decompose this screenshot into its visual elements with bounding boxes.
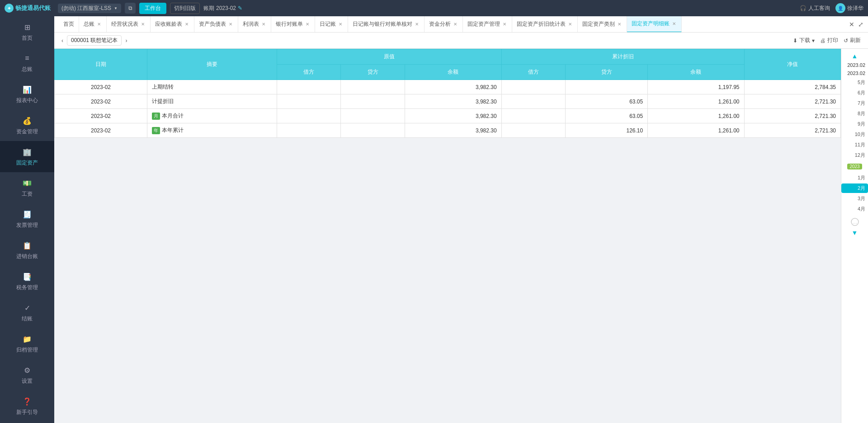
sidebar-label-archive: 归档管理 [16, 346, 38, 354]
month-12[interactable]: 12月 [841, 150, 868, 160]
month-9[interactable]: 9月 [841, 119, 868, 129]
month-2-active[interactable]: 2月 [841, 183, 868, 193]
cell-summary: 月本月合计 [147, 109, 277, 123]
tab-fixed-dep-close[interactable]: ✕ [567, 21, 573, 28]
user-menu[interactable]: 👤 徐泽华 [835, 3, 863, 13]
month-4[interactable]: 4月 [841, 204, 868, 214]
tab-receivable-close[interactable]: ✕ [184, 21, 189, 28]
tab-home[interactable]: 首页 [59, 16, 79, 33]
period-edit-icon[interactable]: ✎ [238, 5, 242, 11]
avatar: 👤 [835, 3, 845, 13]
tab-controls: ✕ ⤢ [849, 21, 863, 28]
tab-journal-bank[interactable]: 日记账与银行对账单核对 ✕ [348, 16, 425, 33]
sidebar-item-reports[interactable]: 📊 报表中心 [0, 79, 54, 110]
col-dep-credit: 贷方 [566, 65, 648, 80]
tab-fixed-mgmt[interactable]: 固定资产管理 ✕ [463, 16, 512, 33]
table-row: 2023-02 计提折旧 3,982.30 63.05 1,261.00 2,7… [55, 94, 841, 109]
tab-fixed-dep[interactable]: 固定资产折旧统计表 ✕ [512, 16, 578, 33]
sidebar-item-fixed[interactable]: 🏢 固定资产 [0, 141, 54, 172]
cell-orig-balance: 3,982.30 [405, 94, 501, 109]
service-button[interactable]: 🎧 人工客询 [800, 5, 830, 12]
tab-journal[interactable]: 日记账 ✕ [315, 16, 348, 33]
fund-icon: 💰 [22, 115, 33, 126]
sidebar-item-invoice[interactable]: 🧾 发票管理 [0, 203, 54, 235]
workspace-button[interactable]: 工作台 [139, 3, 166, 14]
tab-fund-analysis[interactable]: 资金分析 ✕ [425, 16, 463, 33]
top-bar: ✦ 畅捷通易代账 (勿动) 江西服室-LSS ▼ ⧉ 工作台 切到旧版 账期 2… [0, 0, 868, 16]
table-row: 2023-02 月本月合计 3,982.30 63.05 1,261.00 2,… [55, 109, 841, 123]
month-3[interactable]: 3月 [841, 194, 868, 203]
tab-balance[interactable]: 资产负债表 ✕ [194, 16, 238, 33]
col-date: 日期 [55, 49, 147, 80]
period-value: 2023-02 [216, 5, 236, 11]
tab-operation[interactable]: 经营状况表 ✕ [107, 16, 151, 33]
tab-ledger[interactable]: 总账 ✕ [79, 16, 107, 33]
tab-profit[interactable]: 利润表 ✕ [238, 16, 271, 33]
month-5[interactable]: 5月 [841, 78, 868, 87]
cell-dep-balance: 1,261.00 [648, 123, 744, 138]
tab-operation-close[interactable]: ✕ [140, 21, 146, 28]
asset-name: 联想笔记本 [90, 37, 118, 43]
settings-icon: ⚙ [22, 365, 33, 376]
month-1[interactable]: 1月 [841, 173, 868, 183]
sidebar-item-fund[interactable]: 💰 资金管理 [0, 110, 54, 141]
cell-orig-credit [341, 109, 405, 123]
cell-dep-debit [501, 123, 566, 138]
tab-fixed-mgmt-close[interactable]: ✕ [502, 21, 507, 28]
tab-expand-icon[interactable]: ⤢ [858, 21, 863, 28]
tab-fund-analysis-close[interactable]: ✕ [453, 21, 458, 28]
month-10[interactable]: 10月 [841, 130, 868, 139]
tab-profit-label: 利润表 [243, 20, 259, 28]
circle-more-icon[interactable]: … [850, 217, 859, 226]
month-8[interactable]: 8月 [841, 109, 868, 118]
tab-profit-close[interactable]: ✕ [261, 21, 266, 28]
month-7[interactable]: 7月 [841, 99, 868, 108]
tab-bank-statement[interactable]: 银行对账单 ✕ [271, 16, 315, 33]
refresh-button[interactable]: ↺ 刷新 [844, 37, 861, 44]
sidebar-item-sales[interactable]: 📋 进销台账 [0, 235, 54, 266]
sidebar-item-settings[interactable]: ⚙ 设置 [0, 359, 54, 390]
tab-journal-close[interactable]: ✕ [338, 21, 343, 28]
month-6[interactable]: 6月 [841, 88, 868, 98]
switch-version-button[interactable]: 切到旧版 [170, 3, 200, 14]
tab-fixed-detail-close[interactable]: ✕ [671, 20, 677, 27]
date-nav-down[interactable]: ▼ [850, 227, 860, 238]
headset-icon: 🎧 [800, 5, 807, 11]
company-selector[interactable]: (勿动) 江西服室-LSS ▼ [58, 4, 121, 13]
tab-fund-analysis-label: 资金分析 [429, 20, 451, 28]
sidebar-item-ledger[interactable]: ≡ 总账 [0, 47, 54, 79]
tab-close-all-icon[interactable]: ✕ [849, 21, 854, 28]
sidebar-item-guide[interactable]: ❓ 新手引导 [0, 390, 54, 422]
print-button[interactable]: 🖨 打印 [820, 37, 838, 44]
sidebar-item-home[interactable]: ⊞ 首页 [0, 16, 54, 47]
tab-fixed-detail[interactable]: 固定资产明细账 ✕ [627, 16, 682, 33]
company-name: (勿动) 江西服室-LSS [61, 5, 111, 12]
col-dep-debit: 借方 [501, 65, 566, 80]
copy-button[interactable]: ⧉ [125, 3, 136, 14]
tab-bar: 首页 总账 ✕ 经营状况表 ✕ 应收账龄表 ✕ 资产负债表 ✕ 利润表 ✕ [54, 16, 868, 33]
sidebar-item-salary[interactable]: 💵 工资 [0, 172, 54, 203]
tab-fixed-cat[interactable]: 固定资产类别 ✕ [578, 16, 627, 33]
date-nav-up[interactable]: ▲ [850, 51, 860, 61]
tab-journal-bank-close[interactable]: ✕ [414, 21, 420, 28]
sidebar-item-tax[interactable]: 📑 税务管理 [0, 266, 54, 297]
tab-ledger-label: 总账 [84, 20, 94, 28]
breadcrumb-prev[interactable]: ‹ [61, 38, 63, 44]
sidebar-item-settle[interactable]: ✓ 结账 [0, 297, 54, 328]
cell-orig-debit [277, 94, 341, 109]
year-2023-badge: 2023 [847, 164, 862, 169]
month-11[interactable]: 11月 [841, 140, 868, 150]
content-area: 首页 总账 ✕ 经营状况表 ✕ 应收账龄表 ✕ 资产负债表 ✕ 利润表 ✕ [54, 16, 868, 423]
tab-fixed-dep-label: 固定资产折旧统计表 [517, 20, 566, 28]
tab-bank-statement-close[interactable]: ✕ [305, 21, 310, 28]
tab-balance-close[interactable]: ✕ [228, 21, 233, 28]
tab-fixed-cat-close[interactable]: ✕ [617, 21, 622, 28]
ledger-icon: ≡ [22, 53, 33, 64]
cell-dep-credit: 63.05 [566, 94, 648, 109]
download-button[interactable]: ⬇ 下载 ▾ [793, 37, 815, 44]
tab-receivable[interactable]: 应收账龄表 ✕ [151, 16, 194, 33]
col-net-value: 净值 [744, 49, 840, 80]
tab-ledger-close[interactable]: ✕ [96, 21, 102, 28]
sidebar-item-archive[interactable]: 📁 归档管理 [0, 328, 54, 359]
breadcrumb-next[interactable]: › [125, 38, 127, 44]
